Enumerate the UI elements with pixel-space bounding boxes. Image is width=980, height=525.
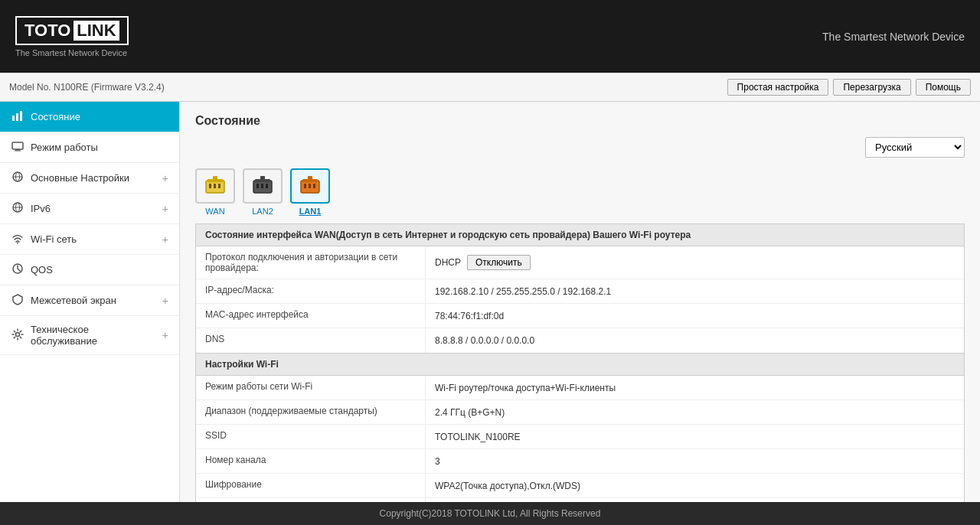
lan2-port-label[interactable]: LAN2 <box>252 207 273 216</box>
wifi-ssid-label: SSID <box>196 425 426 448</box>
basic-settings-plus-icon: + <box>162 172 168 184</box>
logo-box: TOTO LINK <box>15 16 129 45</box>
lan1-port-label[interactable]: LAN1 <box>299 207 322 216</box>
topbar-buttons: Простая настройка Перезагрузка Помощь <box>727 79 971 96</box>
svg-rect-20 <box>213 176 217 180</box>
footer: Copyright(C)2018 TOTOLINK Ltd, All Right… <box>0 502 980 525</box>
sidebar-label-maintenance: Техническое обслуживание <box>31 324 156 347</box>
page-title: Состояние <box>195 114 965 128</box>
wan-row-protocol: Протокол подключения и авторизации в сет… <box>196 246 964 279</box>
wan-row-mac: МАС-адрес интерфейса 78:44:76:f1:df:0d <box>196 304 964 328</box>
sidebar-item-status[interactable]: Состояние <box>0 102 179 132</box>
svg-rect-18 <box>218 184 220 188</box>
ipv6-icon <box>11 201 24 216</box>
footer-text: Copyright(C)2018 TOTOLINK Ltd, All Right… <box>380 508 601 519</box>
sidebar: Состояние Режим работы Основные Настройк… <box>0 102 180 502</box>
wifi-info-section: Настройки Wi-Fi Режим работы сети Wi-Fi … <box>195 354 965 502</box>
wifi-row-encryption: Шифрование WPA2(Точка доступа),Откл.(WDS… <box>196 474 964 498</box>
topbar: Model No. N100RE (Firmware V3.2.4) Прост… <box>0 73 980 102</box>
wifi-plus-icon: + <box>162 233 168 246</box>
language-select[interactable]: Русский English 中文 <box>865 137 965 158</box>
wan-mac-label: МАС-адрес интерфейса <box>196 304 426 328</box>
svg-rect-22 <box>256 184 259 188</box>
svg-rect-26 <box>260 176 265 180</box>
sidebar-item-wifi[interactable]: Wi-Fi сеть + <box>0 224 179 255</box>
svg-rect-23 <box>261 184 263 188</box>
sidebar-item-firewall[interactable]: Межсетевой экран + <box>0 285 179 316</box>
wan-port-label[interactable]: WAN <box>205 207 224 216</box>
wifi-mode-value: Wi-Fi роутер/точка доступа+Wi-Fi-клиенты <box>426 376 625 399</box>
port-row: WAN LAN2 <box>195 168 965 216</box>
status-icon <box>11 109 24 124</box>
help-button[interactable]: Помощь <box>916 79 971 96</box>
wan-dns-value: 8.8.8.8 / 0.0.0.0 / 0.0.0.0 <box>426 328 544 353</box>
logo-toto: TOTO <box>24 21 70 41</box>
reboot-button[interactable]: Перезагрузка <box>833 79 910 96</box>
svg-rect-3 <box>12 142 23 149</box>
svg-rect-32 <box>308 176 312 180</box>
svg-point-12 <box>17 243 18 244</box>
work-mode-icon <box>11 140 24 155</box>
wifi-ssid-value: TOTOLINK_N100RE <box>426 425 530 448</box>
disconnect-button[interactable]: Отключить <box>467 255 531 270</box>
wifi-channel-value: 3 <box>426 449 449 473</box>
logo-area: TOTO LINK The Smartest Network Device <box>15 16 129 57</box>
maintenance-plus-icon: + <box>162 329 168 341</box>
header-right-text: The Smartest Network Device <box>822 31 965 43</box>
sidebar-label-work-mode: Режим работы <box>31 142 168 153</box>
qos-icon <box>11 262 24 277</box>
wan-protocol-text: DHCP <box>435 257 461 268</box>
wan-row-ip: IP-адрес/Маска: 192.168.2.10 / 255.255.2… <box>196 279 964 304</box>
sidebar-item-ipv6[interactable]: IPv6 + <box>0 194 179 224</box>
firewall-icon <box>11 293 24 308</box>
maintenance-icon <box>11 328 24 343</box>
svg-rect-29 <box>309 184 311 188</box>
wan-row-dns: DNS 8.8.8.8 / 0.0.0.0 / 0.0.0.0 <box>196 328 964 353</box>
wan-ip-label: IP-адрес/Маска: <box>196 279 426 303</box>
wifi-channel-label: Номер канала <box>196 449 426 473</box>
svg-rect-5 <box>15 151 21 152</box>
wifi-band-value: 2.4 ГГц (B+G+N) <box>426 400 514 424</box>
wan-dns-label: DNS <box>196 328 426 353</box>
header: TOTO LINK The Smartest Network Device Th… <box>0 0 980 73</box>
main-layout: Состояние Режим работы Основные Настройк… <box>0 102 980 502</box>
port-item-lan1: LAN1 <box>290 168 330 216</box>
wifi-row-channel: Номер канала 3 <box>196 449 964 474</box>
svg-rect-1 <box>16 113 18 121</box>
wan-info-section: Состояние интерфейса WAN(Доступ в сеть И… <box>195 223 965 354</box>
wan-section-title: Состояние интерфейса WAN(Доступ в сеть И… <box>196 224 964 246</box>
firewall-plus-icon: + <box>162 295 168 307</box>
sidebar-item-work-mode[interactable]: Режим работы <box>0 132 179 163</box>
sidebar-item-basic-settings[interactable]: Основные Настройки + <box>0 163 179 194</box>
logo-link: LINK <box>74 21 119 41</box>
ipv6-plus-icon: + <box>162 203 168 215</box>
sidebar-label-basic-settings: Основные Настройки <box>31 172 156 184</box>
svg-rect-16 <box>209 184 211 188</box>
model-info: Model No. N100RE (Firmware V3.2.4) <box>9 82 165 93</box>
lan1-port-icon[interactable] <box>290 168 330 204</box>
wan-protocol-value: DHCP Отключить <box>426 246 540 279</box>
svg-rect-24 <box>266 184 268 188</box>
sidebar-label-status: Состояние <box>31 111 168 122</box>
wifi-row-ssid: SSID TOTOLINK_N100RE <box>196 425 964 449</box>
wifi-row-band: Диапазон (поддерживаемые стандарты) 2.4 … <box>196 400 964 425</box>
wifi-band-label: Диапазон (поддерживаемые стандарты) <box>196 400 426 424</box>
wifi-section-title: Настройки Wi-Fi <box>196 354 964 376</box>
svg-rect-30 <box>313 184 315 188</box>
svg-rect-2 <box>20 111 22 121</box>
language-row: Русский English 中文 <box>195 137 965 158</box>
sidebar-item-qos[interactable]: QOS <box>0 255 179 285</box>
lan2-port-icon[interactable] <box>243 168 283 204</box>
logo-tagline: The Smartest Network Device <box>15 48 127 57</box>
wifi-encryption-label: Шифрование <box>196 474 426 497</box>
wifi-encryption-value: WPA2(Точка доступа),Откл.(WDS) <box>426 474 590 497</box>
wan-ip-value: 192.168.2.10 / 255.255.255.0 / 192.168.2… <box>426 279 620 303</box>
content-area: Состояние Русский English 中文 <box>180 102 980 502</box>
wan-port-icon[interactable] <box>195 168 235 204</box>
port-item-wan: WAN <box>195 168 235 216</box>
wifi-row-mode: Режим работы сети Wi-Fi Wi-Fi роутер/точ… <box>196 376 964 400</box>
sidebar-label-wifi: Wi-Fi сеть <box>31 233 156 245</box>
sidebar-item-maintenance[interactable]: Техническое обслуживание + <box>0 316 179 355</box>
simple-setup-button[interactable]: Простая настройка <box>727 79 829 96</box>
wifi-icon <box>11 232 24 246</box>
